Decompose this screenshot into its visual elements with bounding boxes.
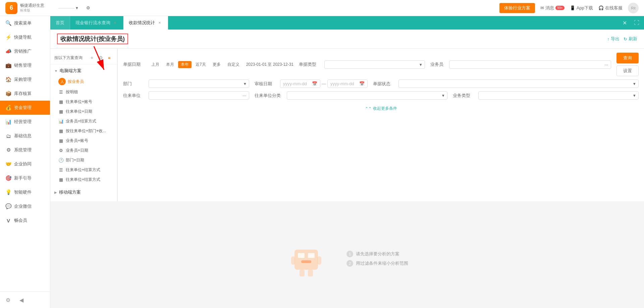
reviewdate-label: 审核日期 <box>255 81 275 87</box>
sidebar-item-collab[interactable]: 🤝 企业协同 <box>0 157 50 171</box>
counterparty-label: 往来单位 <box>123 93 143 99</box>
salesperson-select[interactable]: ··· <box>449 60 611 69</box>
date-tab-custom[interactable]: 自定义 <box>225 61 242 68</box>
refresh-button[interactable]: ↻ 刷新 <box>624 36 637 42</box>
quicknav-icon: ⚡ <box>5 34 11 40</box>
system-icon: ⚙ <box>5 147 11 153</box>
vip-icon: V <box>5 217 11 223</box>
page-header-actions: ↑ 导出 ↻ 刷新 <box>607 36 638 42</box>
mobile-group-header[interactable]: ▶ 移动端方案 <box>50 187 117 197</box>
sidebar-item-basicinfo[interactable]: 🗂 基础信息 <box>0 129 50 143</box>
sidebar-item-operations[interactable]: 📊 经营管理 <box>0 115 50 129</box>
scheme-item-8[interactable]: 🕐 部门+日期 <box>50 155 117 165</box>
svg-rect-2 <box>308 253 315 258</box>
tab-close-all-icon[interactable]: ✕ <box>620 18 629 28</box>
trial-button[interactable]: 体验行业方案 <box>499 3 535 13</box>
counterparty-more-icon: ··· <box>243 93 246 98</box>
collapse-bottom-icon[interactable]: ◀‌ <box>16 295 27 305</box>
scheme-item-2[interactable]: ▦ 往来单位+账号 <box>50 97 117 107</box>
doctype-label: 单据类型 <box>299 61 319 67</box>
sidebar-item-inventory[interactable]: 📦 库存核算 <box>0 87 50 101</box>
pc-scheme-group: ▼ 电脑端方案 人 按业务员 ☰ 按明细 <box>50 64 117 186</box>
date-tab-this-year[interactable]: 本年 <box>178 61 192 68</box>
scheme-chart-icon-4: 📊 <box>58 119 64 124</box>
service-icon: 🎧 <box>598 5 604 10</box>
top-header: 6 畅捷通好生意 标准版 ———— ▾ ⚙ 体验行业方案 ✉ 消息 99+ 📱 … <box>0 0 644 16</box>
tab-bank-flow-close[interactable]: × <box>112 20 118 25</box>
scheme-item-3[interactable]: ▦ 往来单位+日期 <box>50 107 117 116</box>
biztype-select[interactable]: ▾ <box>478 91 639 100</box>
dept-select[interactable]: ▾ <box>149 80 249 88</box>
tab-collection-stats-close[interactable]: × <box>157 20 162 25</box>
counterparty-select[interactable]: ··· <box>149 91 249 100</box>
content-area: 首页 现金银行流水查询 × 收款情况统计 × ✕ ⛶ 收款情况统计(按业务员) <box>50 16 644 308</box>
filter-area: 按以下方案查询 + ⚙ « ▼ 电脑端方案 <box>50 49 644 201</box>
counterparty-classify-select[interactable]: ▾ <box>287 91 447 100</box>
header-actions: 体验行业方案 ✉ 消息 99+ 📱 App下载 🎧 在线客服 Rit <box>499 3 639 13</box>
date-label: 单据日期 <box>123 61 143 67</box>
settings-gear-icon[interactable]: ⚙ <box>84 3 93 13</box>
settings-bottom-icon[interactable]: ⚙ <box>3 295 13 305</box>
export-button[interactable]: ↑ 导出 <box>607 36 620 42</box>
main-content: 收款情况统计(按业务员) ↑ 导出 ↻ 刷新 <box>50 30 644 308</box>
finance-icon: 💰 <box>5 105 11 111</box>
collapse-bar[interactable]: ⌃⌃ 收起更多条件 <box>123 103 639 114</box>
scheme-table-icon-10: ▦ <box>58 177 64 183</box>
svg-rect-3 <box>301 260 311 263</box>
sidebar-item-purchase[interactable]: 🏠 采购管理 <box>0 72 50 87</box>
date-tab-this-month[interactable]: 本月 <box>163 61 177 68</box>
collapse-panel-btn[interactable]: « <box>106 54 113 61</box>
review-date-from[interactable]: yyyy-mm-dd 📅 <box>280 80 320 88</box>
calendar-to-icon: 📅 <box>359 81 365 86</box>
review-date-to[interactable]: yyyy-mm-dd 📅 <box>327 80 368 88</box>
scheme-item-5[interactable]: ▦ 按往来单位+部门+收... <box>50 126 117 136</box>
query-button[interactable]: 查询 <box>616 53 639 63</box>
tab-bank-flow[interactable]: 现金银行流水查询 × <box>70 16 123 30</box>
scheme-item-1[interactable]: ☰ 按明细 <box>50 87 117 97</box>
messages-item[interactable]: ✉ 消息 99+ <box>540 5 565 11</box>
scheme-item-4[interactable]: 📊 业务员+结算方式 <box>50 116 117 126</box>
sidebar-item-finance[interactable]: 💰 资金管理 <box>0 101 50 115</box>
date-tab-last-month[interactable]: 上月 <box>149 61 162 68</box>
panel-header-icons: + ⚙ « <box>88 54 113 61</box>
add-scheme-btn[interactable]: + <box>88 54 96 61</box>
refresh-icon: ↻ <box>624 37 627 42</box>
online-service-item[interactable]: 🎧 在线客服 <box>598 5 623 11</box>
sidebar-item-hardware[interactable]: 💡 智能硬件 <box>0 185 50 199</box>
scheme-clock-icon-8: 🕐 <box>58 158 64 163</box>
sidebar-item-weixin[interactable]: 💬 企业微信 <box>0 199 50 213</box>
scheme-settings-btn[interactable]: ⚙ <box>97 54 104 61</box>
step-1: 1 请先选择要分析的方案 <box>346 251 408 257</box>
scheme-item-0[interactable]: 人 按业务员 <box>50 76 117 87</box>
user-avatar[interactable]: Rit <box>628 3 639 13</box>
nav-dropdown[interactable]: ———— ▾ <box>56 4 81 12</box>
date-tab-more[interactable]: 更多 <box>210 61 223 68</box>
tab-collection-stats[interactable]: 收款情况统计 × <box>123 16 168 30</box>
page-header: 收款情况统计(按业务员) ↑ 导出 ↻ 刷新 <box>50 30 644 49</box>
filter-row-1: 单据日期 上月 本月 本年 近7天 更多 自定义 2023-01-01 至 20… <box>123 53 639 76</box>
tab-home[interactable]: 首页 <box>50 16 70 30</box>
setting-button[interactable]: 设置 <box>616 65 639 76</box>
sidebar-item-system[interactable]: ⚙ 系统管理 <box>0 143 50 157</box>
docstatus-select[interactable]: ▾ <box>398 80 639 88</box>
review-date-group: yyyy-mm-dd 📅 — yyyy-mm-dd 📅 <box>280 80 368 88</box>
sidebar-item-quicknav[interactable]: ⚡ 快捷导航 <box>0 30 50 44</box>
app-download-item[interactable]: 📱 App下载 <box>570 5 593 11</box>
scheme-item-7[interactable]: ⚙ 业务员+日期 <box>50 146 117 155</box>
date-tab-7days[interactable]: 近7天 <box>193 61 209 68</box>
pc-group-header[interactable]: ▼ 电脑端方案 <box>50 66 117 76</box>
scheme-table-icon-5: ▦ <box>58 129 64 134</box>
scheme-item-6[interactable]: ▦ 业务员+账号 <box>50 136 117 146</box>
sidebar-item-sales[interactable]: 💼 销售管理 <box>0 58 50 72</box>
sidebar-item-guide[interactable]: 🎯 新手引导 <box>0 171 50 185</box>
sidebar-item-search[interactable]: 🔍 搜索菜单 <box>0 16 50 30</box>
tab-fullscreen-icon[interactable]: ⛶ <box>632 18 641 28</box>
svg-rect-4 <box>291 256 295 265</box>
scheme-item-10[interactable]: ▦ 往来单位+结算方式 <box>50 175 117 185</box>
scheme-item-9[interactable]: ☰ 往来单位+结算方式 <box>50 165 117 175</box>
scheme-active-person-icon: 人 <box>58 78 66 85</box>
sidebar-item-marketing[interactable]: 📣 营销推广 <box>0 44 50 58</box>
doctype-select[interactable]: ▾ <box>324 60 425 69</box>
inventory-icon: 📦 <box>5 91 11 97</box>
sidebar-item-vip[interactable]: V 畅会员 <box>0 213 50 227</box>
